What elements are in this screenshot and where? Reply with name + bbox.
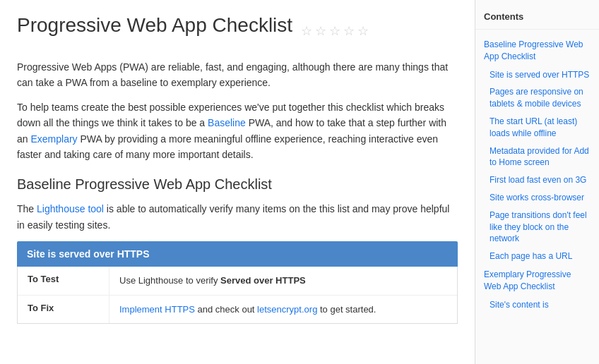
baseline-link[interactable]: Baseline — [208, 117, 246, 128]
star-rating[interactable]: ☆ ☆ ☆ ☆ ☆ — [301, 23, 369, 39]
implement-https-link[interactable]: Implement HTTPS — [119, 304, 195, 315]
star-3[interactable]: ☆ — [329, 23, 340, 39]
to-fix-value: Implement HTTPS and check out letsencryp… — [109, 296, 457, 324]
main-content: Progressive Web App Checklist ☆ ☆ ☆ ☆ ☆ … — [0, 0, 475, 364]
section1-heading: Baseline Progressive Web App Checklist — [17, 176, 458, 193]
table-row-fix: To Fix Implement HTTPS and check out let… — [18, 296, 457, 324]
toc-item-metadata[interactable]: Metadata provided for Add to Home screen — [475, 142, 599, 172]
served-https-text: Served over HTTPS — [220, 275, 306, 286]
intro2-post: PWA by providing a more meaningful offli… — [17, 133, 438, 160]
page-title: Progressive Web App Checklist — [17, 14, 292, 37]
toc-item-https[interactable]: Site is served over HTTPS — [475, 66, 599, 84]
star-4[interactable]: ☆ — [343, 23, 355, 39]
toc-item-url[interactable]: Each page has a URL — [475, 248, 599, 265]
table-row: To Test Use Lighthouse to verify Served … — [18, 267, 457, 296]
table-body: To Test Use Lighthouse to verify Served … — [17, 267, 458, 324]
table-header: Site is served over HTTPS — [17, 241, 458, 267]
letsencrypt-link[interactable]: letsencrypt.org — [257, 304, 317, 315]
to-fix-mid: and check out — [195, 304, 257, 315]
star-2[interactable]: ☆ — [315, 23, 326, 39]
table-of-contents: Contents Baseline Progressive Web App Ch… — [475, 0, 599, 364]
toc-item-exemplary[interactable]: Exemplary Progressive Web App Checklist — [475, 265, 599, 296]
toc-item-responsive[interactable]: Pages are responsive on tablets & mobile… — [475, 83, 599, 113]
to-fix-label: To Fix — [18, 296, 109, 324]
to-test-label: To Test — [18, 267, 109, 295]
toc-item-cross-browser[interactable]: Site works cross-browser — [475, 189, 599, 207]
section1-intro: The Lighthouse tool is able to automatic… — [17, 201, 458, 233]
star-5[interactable]: ☆ — [357, 23, 369, 39]
intro-paragraph-2: To help teams create the best possible e… — [17, 99, 458, 163]
toc-item-offline[interactable]: The start URL (at least) loads while off… — [475, 113, 599, 142]
toc-item-site-content[interactable]: Site's content is — [475, 296, 599, 314]
intro-paragraph-1: Progressive Web Apps (PWA) are reliable,… — [17, 59, 458, 91]
toc-item-transitions[interactable]: Page transitions don't feel like they bl… — [475, 207, 599, 248]
lighthouse-link[interactable]: Lighthouse tool — [37, 203, 104, 214]
toc-title: Contents — [475, 11, 599, 30]
to-test-value: Use Lighthouse to verify Served over HTT… — [109, 267, 457, 295]
star-1[interactable]: ☆ — [301, 23, 312, 39]
exemplary-link[interactable]: Exemplary — [30, 133, 77, 145]
to-fix-post: to get started. — [317, 304, 376, 315]
https-table: Site is served over HTTPS To Test Use Li… — [17, 241, 458, 324]
toc-item-baseline[interactable]: Baseline Progressive Web App Checklist — [475, 35, 599, 66]
toc-item-first-load[interactable]: First load fast even on 3G — [475, 171, 599, 189]
section1-pre: The — [17, 203, 37, 214]
